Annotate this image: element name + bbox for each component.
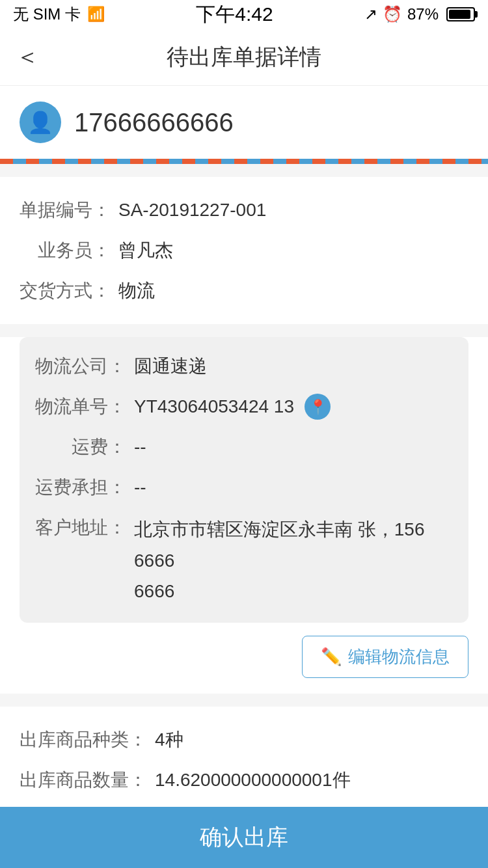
order-no-label: 单据编号： <box>20 197 111 224</box>
delivery-label: 交货方式： <box>20 277 111 305</box>
salesman-row: 业务员： 曾凡杰 <box>20 237 468 264</box>
freight-bearer-label: 运费承担： <box>35 474 126 501</box>
section-divider-1 <box>0 694 488 707</box>
delivery-row: 交货方式： 物流 <box>20 277 468 305</box>
freight-row: 运费： -- <box>35 433 453 461</box>
edit-logistics-label: 编辑物流信息 <box>348 645 450 668</box>
logistics-section: 物流公司： 圆通速递 物流单号： YT43064053424 13 📍 运费： … <box>0 337 488 694</box>
salesman-label: 业务员： <box>20 237 111 264</box>
location-icon[interactable]: 📍 <box>305 394 331 420</box>
location-icon: ↗ <box>364 5 377 23</box>
dashed-separator <box>0 159 488 164</box>
user-header: 👤 17666666666 <box>0 86 488 159</box>
status-bar: 无 SIM 卡 📶 下午4:42 ↗ ⏰ 87% <box>0 0 488 29</box>
edit-logistics-button[interactable]: ✏️ 编辑物流信息 <box>302 636 468 678</box>
order-no-value: SA-20191227-001 <box>118 197 468 224</box>
avatar: 👤 <box>20 102 61 143</box>
types-value: 4种 <box>155 726 468 753</box>
freight-bearer-row: 运费承担： -- <box>35 474 453 501</box>
types-row: 出库商品种类： 4种 <box>20 726 468 753</box>
battery-fill <box>449 10 470 19</box>
logistics-no-row: 物流单号： YT43064053424 13 📍 <box>35 393 453 420</box>
avatar-icon: 👤 <box>27 110 53 135</box>
confirm-outbound-button[interactable]: 确认出库 <box>200 822 288 852</box>
status-left: 无 SIM 卡 📶 <box>13 4 105 25</box>
freight-label: 运费： <box>35 433 126 461</box>
order-info-section: 单据编号： SA-20191227-001 业务员： 曾凡杰 交货方式： 物流 <box>0 177 488 324</box>
customer-address-row: 客户地址： 北京市市辖区海淀区永丰南 张，156 66666666 <box>35 514 453 607</box>
customer-address-label: 客户地址： <box>35 514 126 541</box>
back-button[interactable]: ＜ <box>16 41 39 73</box>
logistics-company-label: 物流公司： <box>35 353 126 380</box>
status-time: 下午4:42 <box>196 1 273 28</box>
user-phone: 17666666666 <box>74 108 234 137</box>
edit-icon: ✏️ <box>321 647 342 667</box>
logistics-no-value: YT43064053424 13 <box>134 393 294 420</box>
logistics-number-row: YT43064053424 13 📍 <box>126 393 331 420</box>
confirm-button-area: 确认出库 <box>0 807 488 868</box>
quantity-value: 14.620000000000001件 <box>155 766 468 794</box>
customer-address-value: 北京市市辖区海淀区永丰南 张，156 66666666 <box>134 514 453 607</box>
logistics-card: 物流公司： 圆通速递 物流单号： YT43064053424 13 📍 运费： … <box>20 337 468 623</box>
carrier-text: 无 SIM 卡 <box>13 4 81 25</box>
logistics-no-label: 物流单号： <box>35 393 126 420</box>
quantity-row: 出库商品数量： 14.620000000000001件 <box>20 766 468 794</box>
alarm-icon: ⏰ <box>383 5 402 23</box>
salesman-value: 曾凡杰 <box>118 237 468 264</box>
nav-bar: ＜ 待出库单据详情 <box>0 29 488 86</box>
wifi-icon: 📶 <box>87 6 105 23</box>
freight-value: -- <box>134 433 453 461</box>
content-area: 👤 17666666666 单据编号： SA-20191227-001 业务员：… <box>0 86 488 868</box>
status-right: ↗ ⏰ 87% <box>364 5 475 23</box>
delivery-value: 物流 <box>118 277 468 305</box>
freight-bearer-value: -- <box>134 474 453 501</box>
edit-logistics-btn-area: ✏️ 编辑物流信息 <box>0 636 488 694</box>
battery-percent: 87% <box>407 5 439 23</box>
battery-bar <box>446 7 475 21</box>
order-no-row: 单据编号： SA-20191227-001 <box>20 197 468 224</box>
page-title: 待出库单据详情 <box>167 42 321 72</box>
logistics-company-row: 物流公司： 圆通速递 <box>35 353 453 380</box>
types-label: 出库商品种类： <box>20 726 147 753</box>
logistics-company-value: 圆通速递 <box>134 353 453 380</box>
outbound-summary-section: 出库商品种类： 4种 出库商品数量： 14.620000000000001件 <box>0 707 488 807</box>
quantity-label: 出库商品数量： <box>20 766 147 794</box>
